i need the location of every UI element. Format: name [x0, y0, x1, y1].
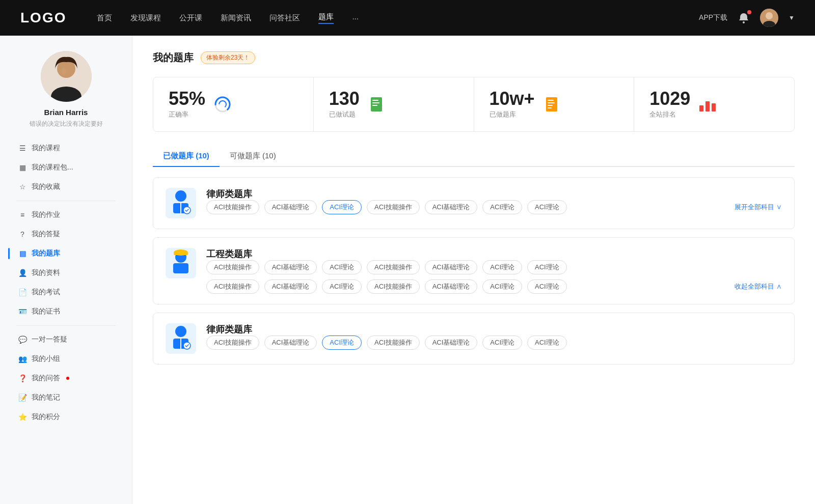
sidebar-item-label: 我的课程	[32, 144, 60, 153]
tag-1-3[interactable]: ACI技能操作	[367, 200, 420, 214]
svg-rect-20	[699, 105, 703, 111]
page-title-row: 我的题库 体验剩余23天！	[153, 51, 795, 65]
stat-banks: 10w+ 已做题库	[474, 77, 635, 131]
svg-point-23	[175, 190, 186, 202]
sidebar-item-label: 一对一答疑	[32, 335, 67, 344]
collapse-bank-2[interactable]: 收起全部科目 ∧	[735, 282, 782, 291]
tag-2-r2-3[interactable]: ACI技能操作	[367, 279, 420, 294]
svg-rect-14	[372, 105, 377, 106]
tab-done[interactable]: 已做题库 (10)	[153, 146, 220, 166]
svg-rect-19	[548, 107, 552, 108]
bank-icon: ▤	[18, 249, 26, 258]
tag-1-2[interactable]: ACI理论	[322, 200, 362, 214]
nav-item-news[interactable]: 新闻资讯	[221, 13, 251, 23]
tag-1-6[interactable]: ACI理论	[527, 200, 567, 214]
star-icon: ☆	[18, 183, 26, 191]
questions-icon	[368, 95, 386, 114]
sidebar-item-my-package[interactable]: ▦ 我的课程包...	[8, 158, 124, 177]
sidebar-item-my-qa[interactable]: ? 我的答疑	[8, 225, 124, 244]
nav-menu: 首页 发现课程 公开课 新闻资讯 问答社区 题库 ···	[97, 12, 699, 24]
cert-icon: 🪪	[18, 307, 26, 316]
tab-todo[interactable]: 可做题库 (10)	[220, 146, 286, 166]
tag-3-3[interactable]: ACI技能操作	[367, 335, 420, 350]
sidebar-item-my-points[interactable]: ⭐ 我的积分	[8, 407, 124, 427]
nav-item-bank[interactable]: 题库	[318, 12, 334, 24]
sidebar-item-my-question[interactable]: ❓ 我的问答	[8, 369, 124, 388]
tags-row-3: ACI技能操作 ACI基础理论 ACI理论 ACI技能操作 ACI基础理论 AC…	[206, 335, 782, 350]
sidebar-item-my-course[interactable]: ☰ 我的课程	[8, 138, 124, 158]
stat-accuracy: 55% 正确率	[153, 77, 314, 131]
sidebar-item-label: 我的收藏	[32, 182, 60, 191]
nav-item-open[interactable]: 公开课	[179, 13, 202, 23]
user-avatar[interactable]	[760, 9, 778, 27]
tag-1-4[interactable]: ACI基础理论	[425, 200, 478, 214]
page-title: 我的题库	[153, 51, 194, 65]
tag-3-5[interactable]: ACI理论	[482, 335, 522, 350]
tag-1-1[interactable]: ACI基础理论	[264, 200, 317, 214]
sidebar-item-my-notes[interactable]: 📝 我的笔记	[8, 388, 124, 407]
tag-2-6[interactable]: ACI理论	[527, 260, 567, 274]
sidebar-item-label: 我的积分	[32, 412, 60, 422]
qa-icon: ?	[18, 230, 26, 238]
sidebar-divider-2	[16, 325, 116, 326]
bank-inner-3: 律师类题库 ACI技能操作 ACI基础理论 ACI理论 ACI技能操作 ACI基…	[166, 323, 782, 354]
stat-value-rank: 1029	[649, 90, 690, 108]
question-icon: ❓	[18, 374, 26, 382]
tag-2-r2-6[interactable]: ACI理论	[527, 279, 567, 294]
tag-3-0[interactable]: ACI技能操作	[206, 335, 259, 350]
nav-item-discover[interactable]: 发现课程	[130, 13, 161, 23]
bank-tags-3: 律师类题库 ACI技能操作 ACI基础理论 ACI理论 ACI技能操作 ACI基…	[206, 323, 782, 350]
notification-bell[interactable]	[738, 12, 750, 24]
app-download-link[interactable]: APP下载	[699, 13, 727, 22]
sidebar-divider-1	[16, 201, 116, 201]
nav-item-home[interactable]: 首页	[97, 13, 112, 23]
svg-rect-22	[712, 103, 716, 111]
main-layout: Brian Harris 错误的决定比没有决定要好 ☰ 我的课程 ▦ 我的课程包…	[0, 36, 815, 504]
info-icon: 👤	[18, 269, 26, 277]
accuracy-icon	[213, 95, 232, 114]
homework-icon: ≡	[18, 211, 26, 219]
sidebar-item-my-info[interactable]: 👤 我的资料	[8, 263, 124, 283]
navbar: LOGO 首页 发现课程 公开课 新闻资讯 问答社区 题库 ··· APP下载 …	[0, 0, 815, 36]
nav-item-qa[interactable]: 问答社区	[269, 13, 300, 23]
sidebar-username: Brian Harris	[44, 108, 88, 117]
tag-3-4[interactable]: ACI基础理论	[425, 335, 478, 350]
tag-2-2[interactable]: ACI理论	[322, 260, 362, 274]
tag-2-0[interactable]: ACI技能操作	[206, 260, 259, 274]
tags-row-2-1: ACI技能操作 ACI基础理论 ACI理论 ACI技能操作 ACI基础理论 AC…	[206, 260, 782, 274]
sidebar-item-my-exam[interactable]: 📄 我的考试	[8, 283, 124, 302]
tag-3-6[interactable]: ACI理论	[527, 335, 567, 350]
tags-row-1: ACI技能操作 ACI基础理论 ACI理论 ACI技能操作 ACI基础理论 AC…	[206, 200, 782, 214]
user-dropdown-arrow[interactable]: ▼	[789, 14, 795, 21]
exam-icon: 📄	[18, 288, 26, 296]
sidebar-item-my-bank[interactable]: ▤ 我的题库	[8, 244, 124, 263]
tag-3-1[interactable]: ACI基础理论	[264, 335, 317, 350]
tag-2-r2-2[interactable]: ACI理论	[322, 279, 362, 294]
notification-badge	[747, 10, 751, 14]
stat-label-questions: 已做试题	[329, 110, 360, 119]
tag-2-r2-5[interactable]: ACI理论	[482, 279, 522, 294]
tag-2-5[interactable]: ACI理论	[482, 260, 522, 274]
tag-2-r2-4[interactable]: ACI基础理论	[425, 279, 478, 294]
expand-bank-1[interactable]: 展开全部科目 ∨	[735, 203, 782, 212]
tag-2-r2-1[interactable]: ACI基础理论	[264, 279, 317, 294]
group-icon: 👥	[18, 355, 26, 363]
bank-section-3: 律师类题库 ACI技能操作 ACI基础理论 ACI理论 ACI技能操作 ACI基…	[153, 313, 795, 365]
sidebar-item-my-group[interactable]: 👥 我的小组	[8, 349, 124, 369]
tag-3-2[interactable]: ACI理论	[322, 335, 362, 350]
tag-2-r2-0[interactable]: ACI技能操作	[206, 279, 259, 294]
sidebar-item-one-to-one[interactable]: 💬 一对一答疑	[8, 330, 124, 349]
tag-1-0[interactable]: ACI技能操作	[206, 200, 259, 214]
stat-value-questions: 130	[329, 90, 360, 108]
sidebar-item-my-fav[interactable]: ☆ 我的收藏	[8, 177, 124, 197]
tag-2-3[interactable]: ACI技能操作	[367, 260, 420, 274]
svg-rect-15	[546, 97, 557, 111]
stat-label-rank: 全站排名	[649, 110, 690, 119]
svg-rect-17	[548, 102, 555, 103]
sidebar-item-my-cert[interactable]: 🪪 我的证书	[8, 302, 124, 321]
nav-item-more[interactable]: ···	[352, 14, 359, 22]
sidebar-item-my-homework[interactable]: ≡ 我的作业	[8, 205, 124, 225]
tag-2-1[interactable]: ACI基础理论	[264, 260, 317, 274]
tag-2-4[interactable]: ACI基础理论	[425, 260, 478, 274]
tag-1-5[interactable]: ACI理论	[482, 200, 522, 214]
